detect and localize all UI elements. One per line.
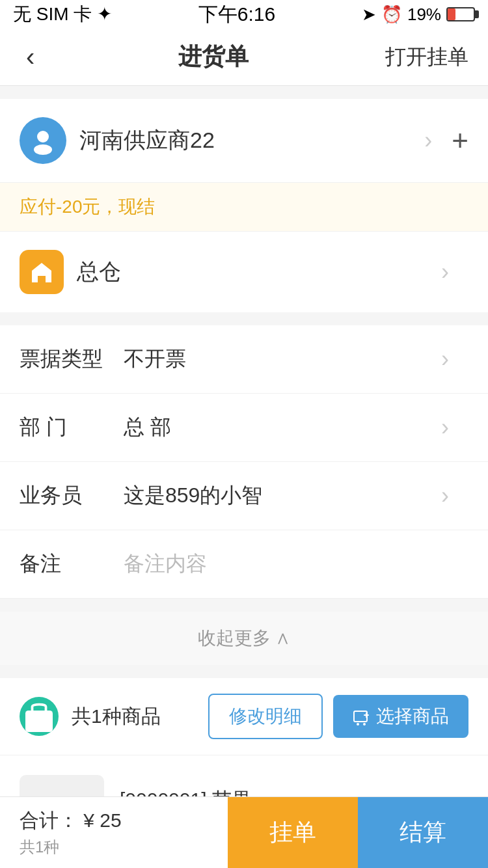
svg-point-4 — [357, 723, 359, 726]
warehouse-icon — [20, 250, 64, 294]
page-title: 进货单 — [178, 41, 249, 73]
total-label: 合计： ¥ 25 — [20, 807, 208, 834]
warehouse-section: 总仓 › — [0, 231, 488, 312]
bottom-bar: 合计： ¥ 25 共1种 挂单 结算 — [0, 796, 488, 868]
svg-point-1 — [34, 144, 52, 155]
collapse-bar[interactable]: 收起更多 ∧ — [0, 612, 488, 665]
products-icon — [20, 697, 59, 736]
invoice-type-label: 票据类型 — [20, 345, 111, 373]
remark-row[interactable]: 备注 备注内容 — [0, 530, 488, 599]
status-left: 无 SIM 卡 ✦ — [13, 2, 112, 27]
department-chevron-icon: › — [441, 414, 449, 441]
warehouse-row[interactable]: 总仓 › — [0, 231, 488, 312]
person-icon — [29, 126, 57, 155]
salesperson-chevron-icon: › — [441, 482, 449, 509]
supplier-section: 河南供应商22 › + 应付-20元，现结 — [0, 99, 488, 231]
svg-point-0 — [37, 131, 49, 142]
back-button[interactable]: ‹ — [20, 36, 41, 78]
bag-icon — [20, 697, 59, 736]
supplier-avatar — [20, 117, 66, 164]
home-icon — [29, 259, 55, 285]
svg-rect-2 — [25, 711, 53, 732]
hang-button[interactable]: 挂单 — [228, 797, 358, 869]
remark-input[interactable]: 备注内容 — [111, 550, 468, 578]
battery-status: 19% — [407, 5, 441, 25]
department-row[interactable]: 部 门 总 部 › — [0, 394, 488, 462]
total-sub: 共1种 — [20, 837, 208, 858]
cart-icon — [353, 707, 371, 726]
select-product-button[interactable]: 选择商品 — [333, 695, 468, 738]
salesperson-value: 这是859的小智 — [111, 481, 441, 510]
total-amount: ¥ 25 — [83, 809, 121, 831]
status-bar: 无 SIM 卡 ✦ 下午6:16 ➤ ⏰ 19% — [0, 0, 488, 29]
form-section: 票据类型 不开票 › 部 门 总 部 › 业务员 这是859的小智 › 备注 备… — [0, 325, 488, 599]
notice-bar: 应付-20元，现结 — [0, 183, 488, 231]
supplier-name: 河南供应商22 — [79, 126, 424, 156]
add-button[interactable]: + — [452, 126, 468, 155]
sim-status: 无 SIM 卡 ✦ — [13, 2, 112, 27]
alarm-icon: ⏰ — [381, 5, 402, 25]
products-header: 共1种商品 修改明细 选择商品 — [0, 678, 488, 755]
warehouse-name: 总仓 — [77, 257, 441, 287]
status-right: ➤ ⏰ 19% — [362, 5, 475, 25]
svg-rect-3 — [354, 711, 367, 722]
invoice-type-row[interactable]: 票据类型 不开票 › — [0, 325, 488, 394]
products-count: 共1种商品 — [72, 703, 208, 730]
department-value: 总 部 — [111, 413, 441, 442]
select-product-label: 选择商品 — [376, 704, 449, 729]
open-hang-button[interactable]: 打开挂单 — [385, 43, 468, 72]
status-time: 下午6:16 — [198, 1, 275, 28]
department-label: 部 门 — [20, 413, 111, 442]
total-label-text: 合计： — [20, 809, 78, 831]
location-icon: ➤ — [362, 5, 376, 25]
remark-label: 备注 — [20, 550, 111, 578]
top-divider — [0, 86, 488, 99]
svg-point-5 — [363, 723, 366, 726]
total-area: 合计： ¥ 25 共1种 — [0, 807, 228, 858]
warehouse-chevron-icon: › — [441, 258, 449, 286]
supplier-chevron-icon: › — [424, 127, 432, 154]
nav-bar: ‹ 进货单 打开挂单 — [0, 29, 488, 86]
invoice-type-chevron-icon: › — [441, 346, 449, 373]
supplier-row[interactable]: 河南供应商22 › + — [0, 99, 488, 183]
salesperson-row[interactable]: 业务员 这是859的小智 › — [0, 462, 488, 530]
battery-icon — [446, 7, 475, 21]
checkout-button[interactable]: 结算 — [358, 797, 488, 869]
salesperson-label: 业务员 — [20, 481, 111, 510]
invoice-type-value: 不开票 — [111, 345, 441, 373]
edit-detail-button[interactable]: 修改明细 — [208, 694, 323, 739]
